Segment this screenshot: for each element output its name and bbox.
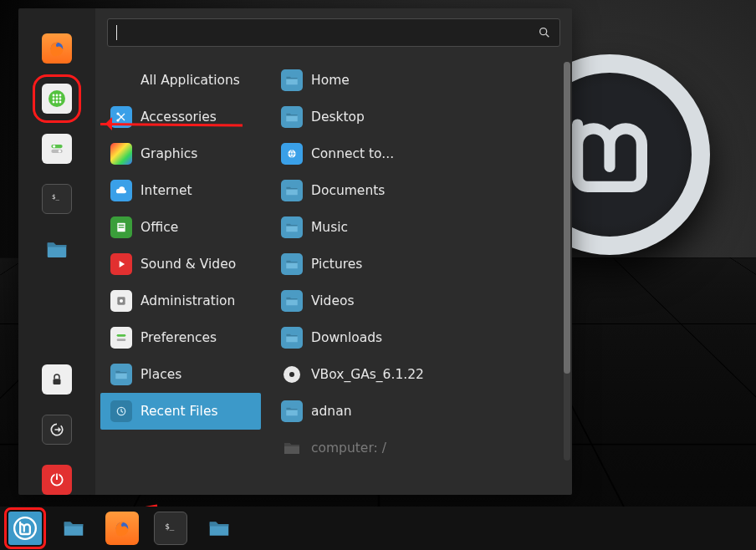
category-label: Office — [140, 220, 178, 235]
place-adnan[interactable]: adnan — [271, 393, 567, 430]
svg-point-2 — [53, 94, 55, 97]
folder-icon — [281, 216, 303, 238]
recent-icon — [110, 400, 132, 422]
svg-line-22 — [546, 34, 549, 37]
category-preferences[interactable]: Preferences — [100, 319, 261, 356]
svg-rect-16 — [54, 379, 61, 384]
folder-icon — [281, 290, 303, 312]
taskbar-files2-button[interactable] — [202, 512, 236, 545]
places-scrollbar-thumb[interactable] — [564, 62, 570, 374]
category-all-applications[interactable]: All Applications — [100, 62, 261, 99]
sidebar-lock-icon[interactable] — [42, 364, 72, 395]
category-label: Preferences — [140, 330, 217, 345]
category-office[interactable]: Office — [100, 209, 261, 246]
search-input[interactable] — [117, 26, 538, 40]
graphics-icon — [110, 143, 132, 165]
place-vbox-gas[interactable]: VBox_GAs_6.1.22 — [271, 356, 567, 393]
place-connect-to[interactable]: Connect to... — [271, 135, 567, 172]
svg-point-9 — [56, 101, 59, 104]
place-label: Music — [311, 220, 348, 235]
place-label: computer: / — [311, 441, 386, 456]
place-label: Videos — [311, 293, 355, 308]
folder-icon — [281, 69, 303, 91]
svg-text:$_: $_ — [52, 193, 60, 201]
place-label: adnan — [311, 404, 351, 419]
category-graphics[interactable]: Graphics — [100, 135, 261, 172]
place-documents[interactable]: Documents — [271, 172, 567, 209]
category-label: Administration — [140, 293, 235, 308]
sidebar-files-icon[interactable] — [42, 234, 72, 264]
place-label: Home — [311, 73, 350, 88]
admin-icon — [110, 290, 132, 312]
place-videos[interactable]: Videos — [271, 283, 567, 319]
cloud-icon — [110, 180, 132, 201]
place-desktop[interactable]: Desktop — [271, 99, 567, 135]
connect-icon — [281, 143, 303, 165]
place-label: Documents — [311, 183, 385, 198]
sidebar-logout-icon[interactable] — [42, 415, 72, 445]
folder-icon — [110, 364, 132, 385]
category-label: All Applications — [140, 73, 240, 88]
svg-point-29 — [120, 299, 123, 303]
svg-point-21 — [540, 28, 547, 35]
menu-search[interactable] — [107, 18, 560, 47]
sidebar-app-grid-icon[interactable] — [42, 84, 72, 114]
place-downloads[interactable]: Downloads — [271, 319, 567, 356]
place-label: Connect to... — [311, 146, 394, 161]
place-label: VBox_GAs_6.1.22 — [311, 367, 424, 382]
category-sound-video[interactable]: Sound & Video — [100, 246, 261, 283]
taskbar: $_ — [0, 507, 756, 550]
svg-point-23 — [116, 112, 119, 115]
svg-rect-30 — [117, 334, 126, 337]
menu-sidebar: $_ — [18, 8, 95, 495]
taskbar-firefox-button[interactable] — [105, 512, 139, 545]
application-menu: $_ All Applications Accessories Graph — [18, 8, 572, 495]
place-label: Pictures — [311, 257, 362, 272]
svg-point-6 — [56, 98, 59, 100]
place-home[interactable]: Home — [271, 62, 567, 99]
folder-icon — [281, 180, 303, 201]
svg-point-10 — [59, 101, 62, 104]
place-pictures[interactable]: Pictures — [271, 246, 567, 283]
disc-icon — [281, 364, 303, 385]
svg-point-13 — [53, 145, 55, 147]
category-label: Graphics — [140, 146, 197, 161]
folder-icon — [281, 400, 303, 422]
sidebar-settings-icon[interactable] — [42, 134, 72, 164]
places-column: Home Desktop Connect to... Documents Mus… — [266, 62, 572, 495]
svg-point-3 — [56, 94, 59, 97]
taskbar-files-button[interactable] — [57, 512, 90, 545]
svg-point-14 — [59, 150, 61, 152]
taskbar-menu-button[interactable] — [8, 512, 42, 545]
category-label: Places — [140, 367, 181, 382]
svg-rect-20 — [56, 474, 58, 481]
category-label: Accessories — [140, 109, 217, 125]
category-recent-files[interactable]: Recent Files — [100, 393, 261, 430]
category-internet[interactable]: Internet — [100, 172, 261, 209]
svg-rect-27 — [119, 227, 125, 227]
sidebar-firefox-icon[interactable] — [42, 33, 72, 64]
play-icon — [110, 253, 132, 275]
menu-body: All Applications Accessories Graphics In… — [95, 8, 572, 495]
folder-icon — [281, 106, 303, 128]
sidebar-terminal-icon[interactable]: $_ — [42, 184, 72, 214]
svg-rect-31 — [117, 339, 126, 341]
category-accessories[interactable]: Accessories — [100, 99, 261, 135]
search-icon — [538, 26, 551, 39]
svg-rect-26 — [119, 225, 125, 226]
svg-point-5 — [53, 98, 55, 100]
sidebar-power-icon[interactable] — [42, 465, 72, 495]
place-label: Desktop — [311, 109, 365, 125]
folder-icon — [281, 253, 303, 275]
category-places[interactable]: Places — [100, 356, 261, 393]
svg-point-35 — [289, 372, 294, 377]
place-computer-root[interactable]: computer: / — [271, 430, 567, 466]
prefs-icon — [110, 327, 132, 349]
svg-point-24 — [116, 119, 119, 121]
svg-point-8 — [53, 101, 55, 104]
taskbar-terminal-button[interactable]: $_ — [154, 512, 187, 545]
category-administration[interactable]: Administration — [100, 283, 261, 319]
categories-column: All Applications Accessories Graphics In… — [95, 62, 266, 495]
place-music[interactable]: Music — [271, 209, 567, 246]
category-label: Internet — [140, 183, 192, 198]
